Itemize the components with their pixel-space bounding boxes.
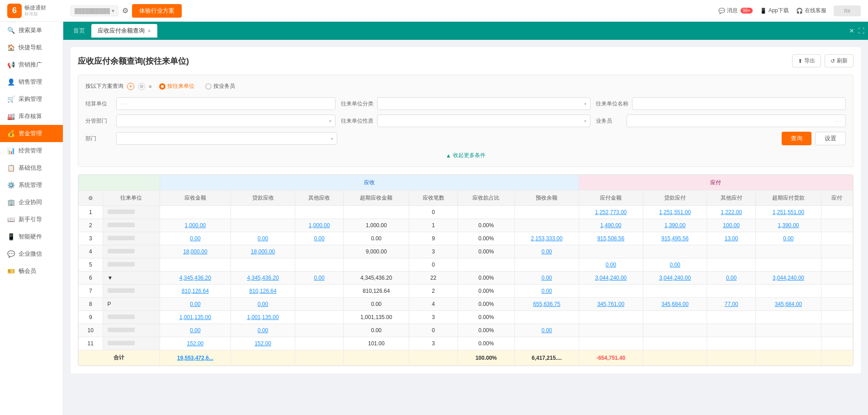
row-ar-loan[interactable]: 1,001,135.00 xyxy=(231,311,295,324)
row-ar-loan[interactable]: 152.00 xyxy=(231,337,295,350)
row-ar-other[interactable]: 0.00 xyxy=(295,232,343,245)
row-ar-amount[interactable]: 18,000.00 xyxy=(160,245,231,258)
row-ar-amount[interactable]: 810,126.64 xyxy=(160,285,231,298)
row-ap-overdue[interactable]: 3,044,240.00 xyxy=(755,272,821,285)
add-scheme-icon[interactable]: + xyxy=(127,83,134,90)
row-ap-loan[interactable]: 0.00 xyxy=(643,258,707,272)
row-ar-loan[interactable]: 4,345,436.20 xyxy=(231,272,295,285)
dept-manage-input[interactable]: ▾ xyxy=(116,114,335,127)
row-ap-loan[interactable]: 915,495.56 xyxy=(643,232,707,245)
row-ap-overdue[interactable]: 1,251,551.00 xyxy=(755,206,821,219)
tab-close-all-icon[interactable]: ✕ xyxy=(849,27,854,34)
dept-input[interactable]: ▾ xyxy=(116,132,337,145)
row-ar-prepay[interactable]: 655,636.75 xyxy=(514,298,579,311)
tab-query[interactable]: 应收应付余额查询 ✕ xyxy=(91,24,157,38)
edit-scheme-icon[interactable]: ⊙ xyxy=(138,83,145,90)
row-ap-loan[interactable]: 1,251,551.00 xyxy=(643,206,707,219)
row-ap-amount[interactable]: 915,508.56 xyxy=(579,232,643,245)
col-settings[interactable]: ⚙ xyxy=(79,191,103,206)
row-ar-prepay[interactable]: 2,153,333.00 xyxy=(514,232,579,245)
row-ar-loan[interactable]: 18,000.00 xyxy=(231,245,295,258)
row-ap-other[interactable]: 0.00 xyxy=(707,272,755,285)
row-ar-other[interactable]: 1,000.00 xyxy=(295,219,343,232)
row-ar-loan[interactable]: 0.00 xyxy=(231,232,295,245)
salesperson-input[interactable]: ··· xyxy=(627,114,846,127)
app-download-item[interactable]: 📱 App下载 xyxy=(760,7,789,14)
row-ap-other[interactable]: 77.00 xyxy=(707,298,755,311)
row-ar-prepay[interactable]: 0.00 xyxy=(514,245,579,258)
row-ap-other[interactable]: 13.00 xyxy=(707,232,755,245)
company-selector[interactable]: ██████████ ▾ xyxy=(71,5,118,16)
partner-name-input[interactable] xyxy=(632,97,846,110)
row-ar-loan[interactable]: 0.00 xyxy=(231,298,295,311)
feature-button[interactable]: 体验行业方案 xyxy=(132,4,182,18)
row-ap-amount[interactable]: 345,761.00 xyxy=(579,298,643,311)
row-ar-amount[interactable]: 1,001,135.00 xyxy=(160,311,231,324)
setting-button[interactable]: 设置 xyxy=(815,132,846,145)
settlement-unit-input[interactable]: ··· xyxy=(116,97,335,110)
scheme-expand-icon[interactable]: « xyxy=(149,83,152,90)
sidebar-item-system[interactable]: ⚙️ 系统管理 xyxy=(0,176,63,194)
sidebar-item-finance[interactable]: 💰 资金管理 xyxy=(0,125,63,142)
notifications-item[interactable]: 💬 消息 99+ xyxy=(718,7,753,14)
refresh-button[interactable]: ↺ 刷新 xyxy=(825,54,854,67)
sidebar-item-member[interactable]: 🎫 畅会员 xyxy=(0,262,63,280)
row-ap-amount[interactable]: 0.00 xyxy=(579,258,643,272)
row-ar-amount[interactable]: 0.00 xyxy=(160,324,231,337)
row-ap-loan[interactable]: 3,044,240.00 xyxy=(643,272,707,285)
sidebar-item-label: 搜索菜单 xyxy=(19,26,42,34)
row-ar-amount[interactable]: 0.00 xyxy=(160,232,231,245)
sidebar-item-guide[interactable]: 📖 新手引导 xyxy=(0,211,63,228)
row-ar-loan[interactable]: 810,126.64 xyxy=(231,285,295,298)
sidebar-item-sales[interactable]: 👤 销售管理 xyxy=(0,73,63,91)
row-ap-overdue[interactable]: 1,390.00 xyxy=(755,219,821,232)
row-ar-prepay[interactable]: 0.00 xyxy=(514,285,579,298)
sidebar-item-quicknav[interactable]: 🏠 快捷导航 xyxy=(0,39,63,56)
row-ap-overdue[interactable]: 345,684.00 xyxy=(755,298,821,311)
gear-icon[interactable]: ⚙ xyxy=(122,6,128,15)
sidebar-item-inventory[interactable]: 🏭 库存核算 xyxy=(0,108,63,125)
sidebar-item-search[interactable]: 🔍 搜索菜单 xyxy=(0,22,63,39)
row-ap-amount[interactable]: 1,490.00 xyxy=(579,219,643,232)
footer-ap-amount: -654,751.40 xyxy=(579,350,643,366)
table-row: 6▼4,345,436.204,345,436.200.004,345,436.… xyxy=(79,272,853,285)
row-ar-other[interactable]: 0.00 xyxy=(295,272,343,285)
row-ap-other[interactable]: 100.00 xyxy=(707,219,755,232)
tab-close-icon[interactable]: ✕ xyxy=(147,29,151,33)
row-ar-prepay[interactable]: 0.00 xyxy=(514,324,579,337)
row-ap-other[interactable]: 1,222.00 xyxy=(707,206,755,219)
tab-expand-icon[interactable]: ⛶ xyxy=(858,27,864,34)
row-ap-amount[interactable]: 3,044,240.00 xyxy=(579,272,643,285)
sidebar-item-enterprise[interactable]: 🏢 企业协同 xyxy=(0,194,63,211)
sidebar-item-basic[interactable]: 📋 基础信息 xyxy=(0,159,63,176)
user-avatar[interactable]: Rit xyxy=(834,5,861,16)
row-ar-amount[interactable]: 0.00 xyxy=(160,298,231,311)
row-ap-loan[interactable]: 345,684.00 xyxy=(643,298,707,311)
export-button[interactable]: ⬆ 导出 xyxy=(792,54,821,67)
query-button[interactable]: 查询 xyxy=(782,132,811,145)
row-ar-ratio: 0.00% xyxy=(458,337,514,350)
collapse-filter-btn[interactable]: ▲ 收起更多条件 xyxy=(85,150,846,161)
sidebar-item-purchase[interactable]: 🛒 采购管理 xyxy=(0,91,63,108)
row-ap-loan[interactable]: 1,390.00 xyxy=(643,219,707,232)
row-ar-loan[interactable]: 0.00 xyxy=(231,324,295,337)
row-ar-amount[interactable]: 4,345,436.20 xyxy=(160,272,231,285)
partner-category-input[interactable]: ▾ xyxy=(377,97,591,110)
row-ar-amount xyxy=(160,206,231,219)
row-ar-amount[interactable]: 1,000.00 xyxy=(160,219,231,232)
partner-nature-input[interactable]: ▾ xyxy=(377,114,591,127)
row-ar-prepay[interactable]: 0.00 xyxy=(514,272,579,285)
row-ar-amount[interactable]: 152.00 xyxy=(160,337,231,350)
sidebar-item-management[interactable]: 📊 经营管理 xyxy=(0,142,63,159)
sidebar-item-hardware[interactable]: 📱 智能硬件 xyxy=(0,228,63,245)
row-ap-amount[interactable]: 1,252,773.00 xyxy=(579,206,643,219)
sidebar-item-marketing[interactable]: 📢 营销推广 xyxy=(0,56,63,73)
tab-home[interactable]: 首页 xyxy=(67,24,91,38)
sidebar-item-wechat[interactable]: 💬 企业微信 xyxy=(0,245,63,262)
scheme-by-partner[interactable]: 按往来单位 xyxy=(156,81,198,92)
row-ap-other xyxy=(707,311,755,324)
scheme-by-salesperson[interactable]: 按业务员 xyxy=(202,81,239,92)
row-ap-overdue[interactable]: 0.00 xyxy=(755,232,821,245)
footer-ar-amount[interactable]: 19,553,472,6... xyxy=(160,350,231,366)
online-service-item[interactable]: 🎧 在线客服 xyxy=(796,7,826,14)
